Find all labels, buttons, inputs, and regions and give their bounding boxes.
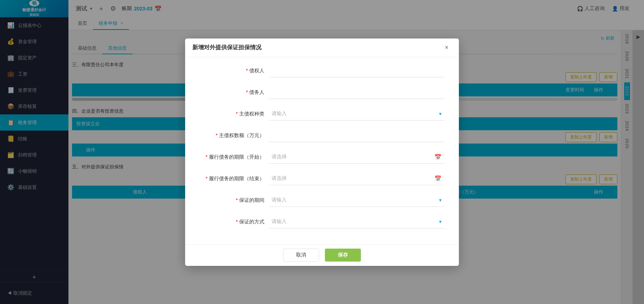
select-guarantee-period-placeholder: 请输入 <box>272 197 439 203</box>
chevron-down-icon-debt-type: ▾ <box>439 111 442 117</box>
required-star-debt-amount: * <box>216 132 218 138</box>
chevron-down-icon-guarantee-period: ▾ <box>439 197 442 203</box>
dialog-body: * 债权人 * 债务人 * 主债权种类 请输入 <box>185 57 459 244</box>
calendar-start-icon: 📅 <box>434 154 442 160</box>
label-period-end: * 履行债务的期限（结束） <box>200 176 264 182</box>
required-star-period-start: * <box>206 154 207 160</box>
select-guarantee-period[interactable]: 请输入 ▾ <box>269 194 444 207</box>
input-debtor[interactable] <box>269 86 444 99</box>
label-period-start: * 履行债务的期限（开始） <box>200 154 264 160</box>
calendar-end-icon: 📅 <box>434 175 442 182</box>
dialog-header: 新增对外提供保证担保情况 × <box>185 38 459 57</box>
required-star-debtor: * <box>246 89 248 95</box>
cancel-btn[interactable]: 取消 <box>283 249 319 262</box>
select-guarantee-method[interactable]: 请输入 ▾ <box>269 215 444 228</box>
chevron-down-icon-guarantee-method: ▾ <box>439 219 442 224</box>
required-star-guarantee-period: * <box>236 197 238 203</box>
form-row-guarantee-method: * 保证的方式 请输入 ▾ <box>200 215 444 228</box>
dialog: 新增对外提供保证担保情况 × * 债权人 * 债务人 <box>185 38 459 266</box>
form-row-period-end: * 履行债务的期限（结束） 请选择 📅 <box>200 172 444 185</box>
date-period-start[interactable]: 请选择 📅 <box>269 151 444 164</box>
modal-overlay: 新增对外提供保证担保情况 × * 债权人 * 债务人 <box>0 0 644 304</box>
input-debt-amount[interactable] <box>269 129 444 142</box>
label-debt-type: * 主债权种类 <box>200 111 264 117</box>
form-row-guarantee-period: * 保证的期间 请输入 ▾ <box>200 194 444 207</box>
form-row-debtor: * 债务人 <box>200 86 444 99</box>
select-guarantee-method-placeholder: 请输入 <box>272 218 439 225</box>
form-row-period-start: * 履行债务的期限（开始） 请选择 📅 <box>200 151 444 164</box>
label-guarantee-method: * 保证的方式 <box>200 219 264 225</box>
form-row-creditor: * 债权人 <box>200 64 444 77</box>
select-debt-type-placeholder: 请输入 <box>272 110 439 117</box>
required-star-creditor: * <box>246 68 248 73</box>
date-period-end[interactable]: 请选择 📅 <box>269 172 444 185</box>
date-start-placeholder: 请选择 <box>272 154 434 160</box>
select-debt-type[interactable]: 请输入 ▾ <box>269 108 444 121</box>
required-star-period-end: * <box>206 176 207 181</box>
form-row-debt-type: * 主债权种类 请输入 ▾ <box>200 108 444 121</box>
required-star-guarantee-method: * <box>236 219 238 224</box>
form-row-debt-amount: * 主债权数额（万元） <box>200 129 444 142</box>
save-btn[interactable]: 保存 <box>325 249 361 262</box>
label-debt-amount: * 主债权数额（万元） <box>200 132 264 139</box>
date-end-placeholder: 请选择 <box>272 175 434 182</box>
required-star-debt-type: * <box>236 111 238 117</box>
dialog-close-btn[interactable]: × <box>442 42 452 53</box>
label-creditor: * 债权人 <box>200 68 264 74</box>
input-creditor[interactable] <box>269 64 444 77</box>
label-debtor: * 债务人 <box>200 89 264 96</box>
dialog-title: 新增对外提供保证担保情况 <box>192 44 261 51</box>
dialog-footer: 取消 保存 <box>185 244 459 266</box>
label-guarantee-period: * 保证的期间 <box>200 197 264 204</box>
